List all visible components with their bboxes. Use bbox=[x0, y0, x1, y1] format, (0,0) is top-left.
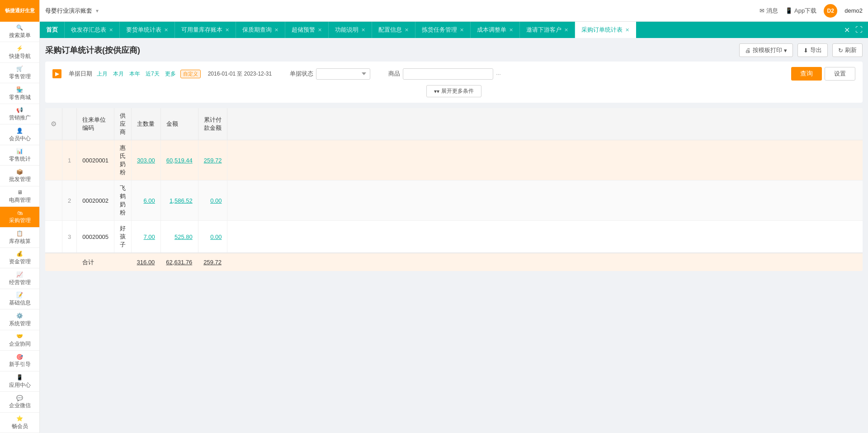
date-shortcut-本月[interactable]: 本月 bbox=[111, 69, 126, 79]
message-label: 消息 bbox=[766, 7, 778, 15]
enterprise-wechat-label: 企业微信 bbox=[9, 402, 31, 409]
user-avatar[interactable]: D2 bbox=[824, 4, 837, 18]
tab-close-expiry-query[interactable]: ✕ bbox=[274, 27, 278, 33]
sidebar-item-pro-member[interactable]: ⭐畅会员 bbox=[0, 413, 39, 433]
tab-close-config-info[interactable]: ✕ bbox=[405, 27, 409, 33]
sidebar-item-enterprise-collab[interactable]: 🤝企业协同 bbox=[0, 330, 39, 351]
tab-close-order-summary[interactable]: ✕ bbox=[164, 27, 168, 33]
th-paid-amount: 累计付款金额 bbox=[198, 108, 227, 140]
sidebar-item-ecommerce-manage[interactable]: 🖥电商管理 bbox=[0, 186, 39, 207]
td-paid-amount[interactable]: 0.00 bbox=[198, 181, 227, 221]
sidebar-item-basic-info[interactable]: 📝基础信息 bbox=[0, 289, 39, 309]
td-amount[interactable]: 60,519.44 bbox=[160, 140, 198, 181]
search-icon: 🔍 bbox=[16, 24, 23, 32]
td-quantity[interactable]: 303.00 bbox=[132, 140, 161, 181]
sidebar-item-retail-stats[interactable]: 📊零售统计 bbox=[0, 145, 39, 166]
tab-invite-customer[interactable]: 邀请下游客户✕ bbox=[520, 22, 575, 38]
marketing-label: 营销推广 bbox=[9, 114, 31, 122]
retail-manage-label: 零售管理 bbox=[9, 73, 31, 81]
tab-close-collect-summary[interactable]: ✕ bbox=[109, 27, 113, 33]
quick-nav-label: 快捷导航 bbox=[9, 52, 31, 60]
refresh-button[interactable]: ↻ 刷新 bbox=[832, 43, 863, 57]
tab-close-purchase-summary[interactable]: ✕ bbox=[625, 27, 629, 33]
tab-function-desc[interactable]: 功能说明✕ bbox=[329, 22, 372, 38]
basic-info-label: 基础信息 bbox=[9, 299, 31, 307]
sidebar-item-quick-nav[interactable]: ⚡快捷导航 bbox=[0, 42, 39, 62]
tab-order-summary[interactable]: 要货单统计表✕ bbox=[120, 22, 175, 38]
tab-close-all-button[interactable]: ✕ bbox=[842, 26, 852, 34]
date-custom-badge[interactable]: 自定义 bbox=[180, 70, 201, 78]
tab-close-overstock-warning[interactable]: ✕ bbox=[318, 27, 322, 33]
goods-filter-group: 商品 ··· bbox=[388, 68, 501, 80]
sidebar-item-operation-manage[interactable]: 📈经营管理 bbox=[0, 268, 39, 289]
sidebar-item-stock-check[interactable]: 📋库存核算 bbox=[0, 228, 39, 248]
filter-row1: ▶ 单据日期 上月本月本年近7天更多 自定义 2016-01-01 至 2023… bbox=[52, 67, 855, 81]
td-paid-amount[interactable]: 259.72 bbox=[198, 140, 227, 181]
message-action[interactable]: ✉ 消息 bbox=[760, 7, 778, 15]
tab-config-info[interactable]: 配置信息✕ bbox=[372, 22, 415, 38]
sidebar-item-marketing[interactable]: 📢营销推广 bbox=[0, 104, 39, 124]
user-avatar-text: D2 bbox=[827, 8, 834, 14]
app-logo: 畅捷通好生意 bbox=[0, 0, 39, 22]
tab-close-stock-ledger[interactable]: ✕ bbox=[225, 27, 229, 33]
table-row: 1 00020001 惠氏奶粉 303.00 60,519.44 259.72 bbox=[45, 140, 863, 181]
td-amount[interactable]: 525.80 bbox=[160, 221, 198, 253]
sidebar-item-search[interactable]: 🔍搜索菜单 bbox=[0, 22, 39, 42]
goods-search-input[interactable] bbox=[403, 68, 493, 80]
tab-purchase-summary[interactable]: 采购订单统计表✕ bbox=[575, 22, 636, 38]
td-amount[interactable]: 1,586.52 bbox=[160, 181, 198, 221]
filter-area: ▶ 单据日期 上月本月本年近7天更多 自定义 2016-01-01 至 2023… bbox=[45, 62, 863, 103]
tab-label-cost-adjust: 成本调整单 bbox=[477, 26, 506, 34]
goods-more-icon[interactable]: ··· bbox=[496, 71, 501, 77]
tab-close-pick-task[interactable]: ✕ bbox=[460, 27, 464, 33]
td-quantity[interactable]: 6.00 bbox=[132, 181, 161, 221]
tab-cost-adjust[interactable]: 成本调整单✕ bbox=[471, 22, 520, 38]
query-button[interactable]: 查询 bbox=[791, 67, 822, 81]
sidebar-item-app-center[interactable]: 📱应用中心 bbox=[0, 371, 39, 392]
date-shortcut-近7天[interactable]: 近7天 bbox=[144, 69, 161, 79]
sidebar-item-retail-manage[interactable]: 🛒零售管理 bbox=[0, 63, 39, 83]
sidebar-item-finance-manage[interactable]: 💰资金管理 bbox=[0, 248, 39, 268]
expand-more-button[interactable]: ▾▾ 展开更多条件 bbox=[426, 85, 481, 97]
tab-collect-summary[interactable]: 收发存汇总表✕ bbox=[65, 22, 120, 38]
sidebar-item-purchase-manage[interactable]: 🛍采购管理 bbox=[0, 207, 39, 227]
user-name[interactable]: demo2 bbox=[844, 7, 863, 14]
tab-label-collect-summary: 收发存汇总表 bbox=[71, 26, 106, 34]
workspace-dropdown-icon[interactable]: ▾ bbox=[96, 8, 99, 14]
tab-stock-ledger[interactable]: 可用量库存账本✕ bbox=[175, 22, 236, 38]
sidebar-item-system-manage[interactable]: ⚙️系统管理 bbox=[0, 309, 39, 330]
tab-close-invite-customer[interactable]: ✕ bbox=[564, 27, 568, 33]
workspace-title: 母婴行业演示账套 bbox=[45, 7, 92, 15]
column-settings-icon[interactable]: ⚙ bbox=[51, 120, 57, 128]
td-quantity[interactable]: 7.00 bbox=[132, 221, 161, 253]
status-select[interactable] bbox=[316, 68, 370, 80]
tab-label-order-summary: 要货单统计表 bbox=[126, 26, 161, 34]
date-shortcut-上月[interactable]: 上月 bbox=[95, 69, 109, 79]
tab-expiry-query[interactable]: 保质期查询✕ bbox=[236, 22, 285, 38]
template-print-button[interactable]: 🖨 按模板打印 ▾ bbox=[739, 43, 793, 57]
purchase-summary-table: ⚙ 往来单位编码 供应商 主数量 金额 累计付款金额 1 00020001 bbox=[45, 108, 863, 271]
sidebar-item-member-center[interactable]: 👤会员中心 bbox=[0, 124, 39, 145]
td-paid-amount[interactable]: 0.00 bbox=[198, 221, 227, 253]
tab-pick-task[interactable]: 拣货任务管理✕ bbox=[415, 22, 471, 38]
settings-button[interactable]: 设置 bbox=[825, 67, 855, 81]
sidebar-item-wholesale-manage[interactable]: 📦批发管理 bbox=[0, 166, 39, 186]
toggle-filter-button[interactable]: ▶ bbox=[52, 69, 61, 78]
tab-close-function-desc[interactable]: ✕ bbox=[361, 27, 365, 33]
tab-overstock-warning[interactable]: 超储预警✕ bbox=[285, 22, 329, 38]
tab-label-stock-ledger: 可用量库存账本 bbox=[181, 26, 222, 34]
export-button[interactable]: ⬇ 导出 bbox=[797, 43, 828, 57]
sidebar-item-retail-mall[interactable]: 🏪零售商城 bbox=[0, 83, 39, 104]
sidebar-item-new-guide[interactable]: 🎯新手引导 bbox=[0, 351, 39, 371]
page-title: 采购订单统计表(按供应商) bbox=[45, 45, 140, 56]
date-shortcut-本年[interactable]: 本年 bbox=[127, 69, 142, 79]
tab-close-cost-adjust[interactable]: ✕ bbox=[509, 27, 513, 33]
app-download-action[interactable]: 📱 App下载 bbox=[785, 7, 816, 15]
enterprise-collab-label: 企业协同 bbox=[9, 340, 31, 348]
table-container: ⚙ 往来单位编码 供应商 主数量 金额 累计付款金额 1 00020001 bbox=[45, 108, 863, 271]
tab-label-pick-task: 拣货任务管理 bbox=[422, 26, 457, 34]
tab-home[interactable]: 首页 bbox=[40, 22, 65, 38]
sidebar-item-enterprise-wechat[interactable]: 💬企业微信 bbox=[0, 392, 39, 412]
date-shortcut-更多[interactable]: 更多 bbox=[163, 69, 178, 79]
tab-maximize-button[interactable]: ⛶ bbox=[854, 26, 864, 34]
